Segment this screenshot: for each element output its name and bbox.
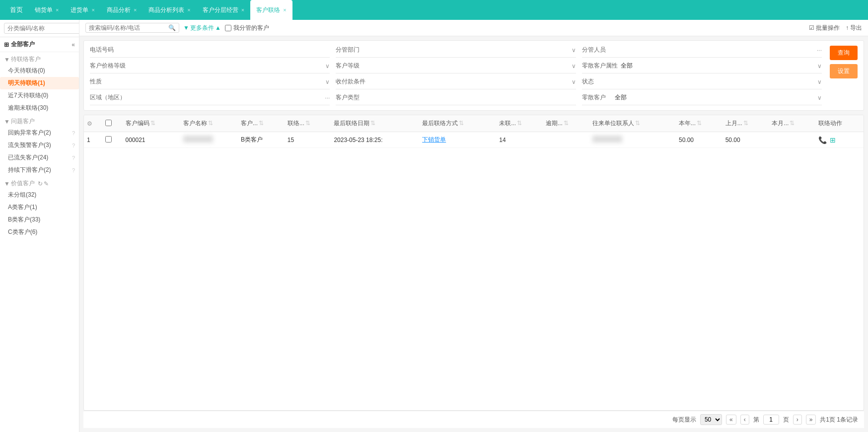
nav-home[interactable]: 首页 [4,0,29,20]
filter-price-level-select[interactable]: ∨ [129,63,330,70]
reset-button[interactable]: 设置 [830,64,858,78]
sidebar-item-ungrouped[interactable]: 未分组(32) [0,189,79,201]
checkbox-icon: ☑ [809,24,814,31]
sidebar-item-declining[interactable]: 持续下滑客户(2) ? [0,164,79,176]
sidebar-all-customers[interactable]: ⊞ 全部客户 « [0,37,79,52]
help-icon: ? [72,167,75,173]
td-contact-person [589,132,676,148]
close-icon[interactable]: × [91,0,94,20]
my-customers-checkbox[interactable] [225,25,231,31]
th-contact-count: 联络...⇅ [285,115,331,132]
batch-op-btn[interactable]: ☑ 批量操作 [809,24,840,32]
row-checkbox[interactable] [105,136,112,143]
nav-item-analysis-list[interactable]: 商品分析列表 × [143,0,196,20]
th-contact-person: 往来单位联系人⇅ [589,115,676,132]
filter-phone-input[interactable] [123,47,330,54]
sidebar-search-input[interactable] [4,23,79,34]
first-page-btn[interactable]: « [726,415,736,425]
filter-manager-select[interactable]: ··· [615,47,822,54]
settings-icon[interactable]: ⚙ [87,120,92,127]
sidebar-item-class-a[interactable]: A类客户(1) [0,201,79,214]
filter-nature-select[interactable]: ∨ [123,78,330,85]
select-all-checkbox[interactable] [105,120,112,126]
main-layout: 🔍 ⊞ 全部客户 « ▼ 待联络客户 今天待联络(0) 明天待联络(1) 近7天… [0,20,868,432]
th-type: 客户...⇅ [238,115,285,132]
edit-icon[interactable]: ✎ [44,180,49,187]
sidebar: 🔍 ⊞ 全部客户 « ▼ 待联络客户 今天待联络(0) 明天待联络(1) 近7天… [0,20,79,432]
filter-dept-select[interactable]: ∨ [368,47,576,54]
th-last-month: 上月...⇅ [723,115,769,132]
grid-icon: ⊞ [4,41,9,48]
nav-item-customer-layer[interactable]: 客户分层经营 × [197,0,250,20]
sort-icon: ⇅ [208,120,213,127]
help-icon: ? [72,155,75,161]
th-this-month: 本月...⇅ [769,115,815,132]
close-icon[interactable]: × [56,0,59,20]
close-icon[interactable]: × [241,0,244,20]
prev-page-btn[interactable]: ‹ [740,415,749,425]
chevron-down-icon: ∨ [572,78,576,85]
sidebar-item-tomorrow[interactable]: 明天待联络(1) [0,77,79,89]
page-size-select[interactable]: 50 [700,414,722,425]
filter-payment: 收付款条件 ∨ [336,77,576,89]
grid-action-icon[interactable]: ⊞ [830,136,836,144]
td-last-month: 50.00 [723,132,769,148]
nav-item-analysis[interactable]: 商品分析 × [101,0,143,20]
td-type: B类客户 [238,132,285,148]
close-icon[interactable]: × [187,0,190,20]
last-contact-method-link[interactable]: 下销货单 [422,136,446,143]
refresh-icon[interactable]: ↻ [38,180,43,187]
nav-item-purchase[interactable]: 进货单 × [65,0,100,20]
filter-retail-attr-select[interactable]: 全部 ∨ [621,62,822,70]
sort-icon: ⇅ [697,120,702,127]
filter-customer-type-input[interactable] [368,94,576,101]
close-icon[interactable]: × [283,0,286,20]
td-code: 000021 [123,132,180,148]
export-btn[interactable]: ↑ 导出 [846,24,862,32]
phone-icon[interactable]: 📞 [818,136,827,144]
filter-dept: 分管部门 ∨ [336,46,576,58]
nav-item-sales[interactable]: 销货单 × [29,0,65,20]
filter-price-level: 客户价格等级 ∨ [90,62,330,73]
filter-icon: ▼ [183,24,189,31]
td-name [180,132,238,148]
search-icon[interactable]: 🔍 [168,24,176,31]
sidebar-item-churn-warning[interactable]: 流失预警客户(3) ? [0,139,79,151]
filter-payment-select[interactable]: ∨ [368,78,576,85]
query-button[interactable]: 查询 [830,46,858,60]
chevron-down-icon: ∨ [325,78,330,85]
filter-region-select[interactable]: ··· [129,94,330,101]
filter-customer-level-select[interactable]: ∨ [368,63,576,70]
th-this-year: 本年...⇅ [676,115,723,132]
page-input[interactable] [763,415,779,425]
filter-status: 状态 ∨ [582,77,822,89]
sidebar-item-churned[interactable]: 已流失客户(24) ? [0,151,79,164]
search-input[interactable] [89,24,168,31]
th-settings: ⚙ [84,115,102,132]
td-contact-count: 15 [285,132,331,148]
next-page-btn[interactable]: › [793,415,802,425]
last-page-btn[interactable]: » [806,415,816,425]
close-icon[interactable]: × [134,0,137,20]
sidebar-search-wrap: 🔍 [0,20,79,37]
toolbar: 🔍 ▼ 更多条件 ▲ 我分管的客户 ☑ 批量操作 ↑ 导出 [79,20,868,36]
my-customers-checkbox-wrap[interactable]: 我分管的客户 [225,24,269,32]
td-actions: 📞 ⊞ [815,132,864,148]
filter-manager: 分管人员 ··· [582,46,822,58]
filter-retail-customer-select[interactable]: 全部 ∨ [615,93,822,102]
sidebar-item-today[interactable]: 今天待联络(0) [0,65,79,77]
sort-icon: ⇅ [150,120,155,127]
td-overdue [543,132,589,148]
sidebar-item-overdue[interactable]: 逾期未联络(30) [0,102,79,114]
sidebar-item-class-b[interactable]: B类客户(33) [0,214,79,226]
sidebar-item-repurchase-anomaly[interactable]: 回购异常客户(2) ? [0,127,79,139]
filter-btn[interactable]: ▼ 更多条件 ▲ [183,24,221,32]
filter-status-select[interactable]: ∨ [615,78,822,85]
sidebar-item-7days[interactable]: 近7天待联络(0) [0,89,79,102]
sidebar-item-class-c[interactable]: C类客户(6) [0,226,79,238]
sort-icon: ⇅ [743,120,748,127]
nav-item-customer-contact[interactable]: 客户联络 × [250,0,292,20]
top-nav: 首页 销货单 × 进货单 × 商品分析 × 商品分析列表 × 客户分层经营 × … [0,0,868,20]
filter-phone: 电话号码 [90,46,330,58]
td-unlocked: 14 [496,132,543,148]
